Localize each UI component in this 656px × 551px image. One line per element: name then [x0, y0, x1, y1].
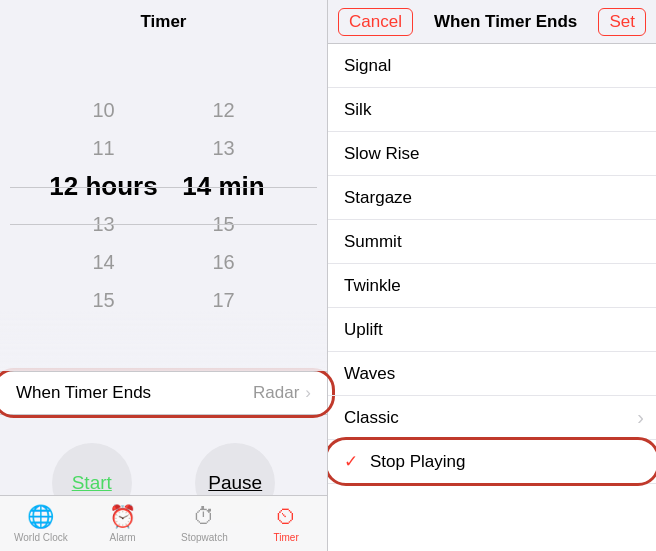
picker-item: 17: [164, 282, 284, 320]
timer-title: Timer: [0, 0, 327, 40]
timer-icon: ⏲: [275, 504, 297, 530]
sound-label: Summit: [344, 232, 402, 252]
minutes-picker-col[interactable]: 12 13 14 min 15 16 17: [164, 92, 284, 320]
sound-label: Stargaze: [344, 188, 412, 208]
when-timer-ends-row[interactable]: When Timer Ends Radar ›: [0, 371, 327, 415]
panel-title: When Timer Ends: [434, 12, 577, 32]
sound-item-silk[interactable]: Silk: [328, 88, 656, 132]
cancel-button[interactable]: Cancel: [338, 8, 413, 36]
sound-list: Signal Silk Slow Rise Stargaze Summit Tw…: [328, 44, 656, 551]
chevron-right-icon: ›: [305, 383, 311, 403]
picker-item: 14: [44, 244, 164, 282]
sound-label: Silk: [344, 100, 371, 120]
picker-item: 16: [164, 244, 284, 282]
picker-item: 15: [164, 206, 284, 244]
picker-item: 10: [44, 92, 164, 130]
sound-item-waves[interactable]: Waves: [328, 352, 656, 396]
sound-item-uplift[interactable]: Uplift: [328, 308, 656, 352]
picker-item: 15: [44, 282, 164, 320]
picker-item-selected: 12 hours: [44, 168, 164, 206]
timer-panel: Timer 10 11 12 hours 13 14 15 12 1: [0, 0, 328, 551]
sound-label: Signal: [344, 56, 391, 76]
picker-item: 11: [44, 130, 164, 168]
alarm-icon: ⏰: [109, 504, 136, 530]
sound-label: Classic: [344, 408, 399, 428]
picker-item: 13: [164, 130, 284, 168]
tab-alarm[interactable]: ⏰ Alarm: [82, 504, 164, 543]
world-clock-icon: 🌐: [27, 504, 54, 530]
when-timer-label: When Timer Ends: [16, 383, 151, 403]
picker-item-selected: 14 min: [164, 168, 284, 206]
hours-picker-col[interactable]: 10 11 12 hours 13 14 15: [44, 92, 164, 320]
tab-world-clock[interactable]: 🌐 World Clock: [0, 504, 82, 543]
sound-item-summit[interactable]: Summit: [328, 220, 656, 264]
sound-label: Slow Rise: [344, 144, 420, 164]
picker-item: 13: [44, 206, 164, 244]
sound-item-stargaze[interactable]: Stargaze: [328, 176, 656, 220]
tab-alarm-label: Alarm: [110, 532, 136, 543]
when-timer-value: Radar ›: [253, 383, 311, 403]
tab-bar: 🌐 World Clock ⏰ Alarm ⏱ Stopwatch ⏲ Time…: [0, 495, 327, 551]
sound-item-twinkle[interactable]: Twinkle: [328, 264, 656, 308]
tab-stopwatch-label: Stopwatch: [181, 532, 228, 543]
stopwatch-icon: ⏱: [193, 504, 215, 530]
sound-label: Waves: [344, 364, 395, 384]
sound-label: Stop Playing: [370, 452, 465, 472]
tab-timer[interactable]: ⏲ Timer: [245, 504, 327, 543]
tab-world-clock-label: World Clock: [14, 532, 68, 543]
when-timer-ends-panel: Cancel When Timer Ends Set Signal Silk S…: [328, 0, 656, 551]
set-button[interactable]: Set: [598, 8, 646, 36]
tab-stopwatch[interactable]: ⏱ Stopwatch: [164, 504, 246, 543]
sound-label: Uplift: [344, 320, 383, 340]
sound-item-classic[interactable]: Classic: [328, 396, 656, 440]
sound-item-slow-rise[interactable]: Slow Rise: [328, 132, 656, 176]
right-header: Cancel When Timer Ends Set: [328, 0, 656, 44]
when-timer-sound: Radar: [253, 383, 299, 403]
tab-timer-label: Timer: [274, 532, 299, 543]
picker-item: 12: [164, 92, 284, 130]
checkmark-icon: ✓: [344, 451, 358, 472]
time-picker[interactable]: 10 11 12 hours 13 14 15 12 13 14 min 15 …: [0, 40, 327, 371]
sound-label: Twinkle: [344, 276, 401, 296]
sound-item-signal[interactable]: Signal: [328, 44, 656, 88]
sound-item-stop-playing[interactable]: ✓ Stop Playing: [328, 440, 656, 484]
